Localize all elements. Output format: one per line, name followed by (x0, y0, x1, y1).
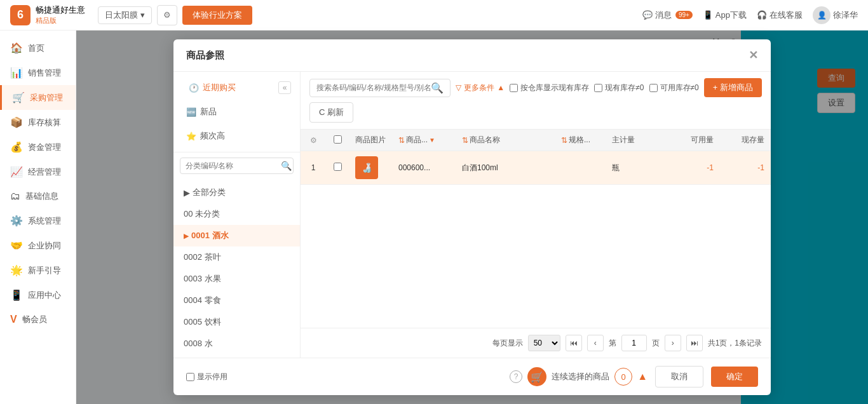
category-beverage[interactable]: 0005 饮料 (173, 311, 300, 333)
notice-button[interactable]: 💬 消息 99+ (642, 10, 693, 21)
sidebar-item-system[interactable]: ⚙️ 系统管理 (0, 208, 76, 233)
members-icon: V (10, 314, 17, 325)
search-icon[interactable]: 🔍 (431, 82, 444, 94)
sidebar-item-label: 库存核算 (28, 117, 61, 128)
modal-close-button[interactable]: ✕ (749, 48, 758, 62)
next-page-button[interactable]: › (665, 335, 681, 351)
cat-item-label: 0002 茶叶 (184, 252, 221, 263)
sidebar-item-label: 畅会员 (22, 314, 47, 325)
select-all-checkbox[interactable] (334, 135, 342, 144)
experience-button[interactable]: 体验行业方案 (182, 6, 252, 25)
sidebar-item-finance[interactable]: 💰 资金管理 (0, 135, 76, 159)
category-search-icon[interactable]: 🔍 (281, 161, 292, 171)
sidebar-item-enterprise[interactable]: 🤝 企业协同 (0, 233, 76, 258)
nav-right: 💬 消息 99+ 📱 App下载 🎧 在线客服 👤 徐泽华 (642, 6, 858, 24)
logo-text: 畅捷通好生意 精品版 (36, 4, 85, 25)
sidebar-item-label: 采购管理 (30, 92, 63, 104)
sidebar-item-label: 销售管理 (28, 67, 61, 79)
per-page-label: 每页显示 (492, 338, 523, 349)
sidebar-item-apps[interactable]: 📱 应用中心 (0, 283, 76, 307)
service-label: 在线客服 (770, 10, 803, 21)
cancel-button[interactable]: 取消 (655, 366, 703, 387)
page-number-input[interactable] (621, 335, 647, 351)
page-label: 第 (609, 338, 616, 349)
sidebar-item-home[interactable]: 🏠 首页 (0, 36, 76, 60)
warehouse-display-checkbox[interactable]: 按仓库显示现有库存 (510, 83, 589, 93)
prev-page-button[interactable]: ‹ (587, 335, 604, 351)
branch-selector[interactable]: 日太阳膜 ▾ (98, 6, 152, 24)
sidebar-item-sales[interactable]: 📊 销售管理 (0, 60, 76, 85)
collapse-button[interactable]: « (278, 81, 291, 94)
app-download-button[interactable]: 📱 App下载 (703, 10, 747, 21)
category-search-input[interactable] (186, 161, 281, 170)
cart-label: 连续选择的商品 (552, 371, 609, 382)
collapse-arrow-icon[interactable]: ▲ (637, 371, 648, 382)
column-settings-icon[interactable]: ⚙ (310, 136, 317, 145)
stock-value: -1 (757, 163, 764, 172)
user-avatar[interactable]: 👤 徐泽华 (813, 6, 858, 24)
product-table: ⚙ 商品图片 (301, 130, 771, 185)
add-product-button[interactable]: + 新增商品 (704, 78, 762, 97)
show-disabled-input[interactable] (186, 373, 194, 381)
product-reference-modal: 商品参照 ✕ 🕐 近期购买 « (173, 39, 771, 395)
sidebar-item-label: 经营管理 (28, 166, 61, 178)
available-stock-input[interactable] (649, 84, 658, 92)
sidebar-item-basic-info[interactable]: 🗂 基础信息 (0, 184, 76, 208)
product-icon: 🍶 (362, 163, 372, 173)
new-product-btn[interactable]: 🆕 新品 (180, 102, 294, 121)
logo-sub-text: 精品版 (36, 16, 85, 25)
available-stock-checkbox[interactable]: 可用库存≠0 (649, 83, 699, 93)
category-fruit[interactable]: 0003 水果 (173, 268, 300, 290)
chevron-up-icon: ▲ (497, 83, 505, 92)
more-filters-button[interactable]: ▽ 更多条件 ▲ (456, 83, 505, 93)
sidebar-item-label: 资金管理 (28, 142, 61, 153)
product-search-input[interactable] (316, 83, 431, 92)
category-tea[interactable]: 0002 茶叶 (173, 246, 300, 268)
available-stock-label: 可用库存≠0 (660, 83, 699, 93)
current-stock-input[interactable] (594, 84, 602, 92)
col-avail-label: 可用量 (691, 135, 714, 144)
category-snack[interactable]: 0004 零食 (173, 290, 300, 311)
row-checkbox[interactable] (334, 163, 342, 171)
help-icon[interactable]: ? (510, 370, 522, 383)
sidebar-item-label: 系统管理 (28, 215, 61, 227)
sidebar-item-label: 首页 (28, 43, 44, 54)
table-row[interactable]: 1 🍶 (301, 151, 771, 185)
sidebar-item-label: 企业协同 (28, 240, 61, 252)
product-image-placeholder: 🍶 (355, 156, 378, 179)
sidebar-item-inventory[interactable]: 📦 库存核算 (0, 110, 76, 135)
current-stock-checkbox[interactable]: 现有库存≠0 (594, 83, 644, 93)
cat-item-label: 0001 酒水 (191, 230, 229, 241)
customer-service-button[interactable]: 🎧 在线客服 (757, 10, 803, 21)
show-disabled-label: 显示停用 (197, 372, 227, 382)
col-name-label: 商品名称 (470, 135, 500, 145)
high-frequency-btn[interactable]: ⭐ 频次高 (180, 126, 294, 145)
refresh-button[interactable]: C 刷新 (309, 102, 353, 123)
confirm-button[interactable]: 确定 (711, 367, 758, 387)
category-liquor[interactable]: ▶ 0001 酒水 (173, 225, 300, 246)
category-uncategorized[interactable]: 00 未分类 (173, 203, 300, 225)
category-top: 🕐 近期购买 « 🆕 新品 ⭐ 频次高 (173, 72, 300, 152)
sidebar-item-guide[interactable]: 🌟 新手引导 (0, 258, 76, 283)
apps-icon: 📱 (10, 289, 23, 301)
first-page-button[interactable]: ⏮ (566, 335, 582, 351)
right-panel: 🔍 ▽ 更多条件 ▲ 按仓库显示现有库存 (301, 72, 771, 358)
category-water[interactable]: 0008 水 (173, 333, 300, 354)
home-icon: 🏠 (10, 42, 23, 54)
settings-button[interactable]: ⚙ (157, 5, 177, 25)
recent-purchase-btn[interactable]: 🕐 近期购买 (182, 78, 242, 97)
category-all[interactable]: ▶ 全部分类 (173, 182, 300, 203)
page-suffix: 页 (652, 338, 660, 349)
cart-count: 0 (614, 368, 632, 386)
table-header-row: ⚙ 商品图片 (301, 130, 771, 151)
last-page-button[interactable]: ⏭ (686, 335, 703, 351)
warehouse-checkbox-input[interactable] (510, 84, 518, 92)
sidebar-item-members[interactable]: V 畅会员 (0, 307, 76, 332)
cat-item-label: 全部分类 (193, 187, 226, 198)
per-page-select[interactable]: 50 100 200 (528, 335, 560, 351)
cart-icon: 🛒 (527, 367, 546, 386)
col-header-avail: 可用量 (656, 130, 720, 151)
sidebar-item-purchase[interactable]: 🛒 采购管理 (0, 85, 76, 110)
sidebar-item-operations[interactable]: 📈 经营管理 (0, 159, 76, 184)
show-disabled-checkbox[interactable]: 显示停用 (186, 372, 227, 382)
